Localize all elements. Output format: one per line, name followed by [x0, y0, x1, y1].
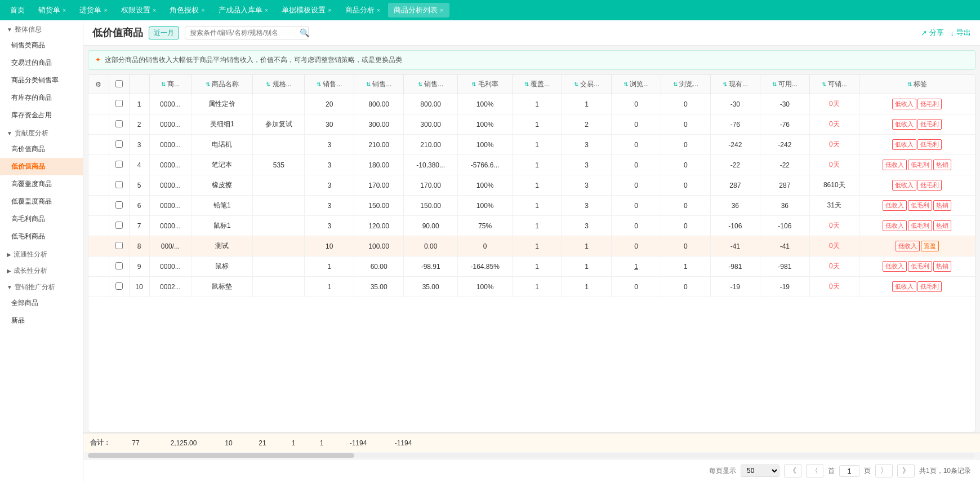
table-header-row: ⚙ ⇅ 商... ⇅ 商品名称 ⇅ 规格... ⇅ 销售... ⇅ 销售... … — [88, 75, 975, 94]
cell-browse1[interactable]: 0 — [612, 175, 661, 196]
cell-checkbox[interactable] — [109, 236, 129, 257]
row-checkbox[interactable] — [115, 181, 123, 188]
nav-close-list[interactable]: × — [440, 7, 443, 14]
row-checkbox[interactable] — [115, 161, 123, 168]
sidebar-item-high-value[interactable]: 高价值商品 — [0, 140, 83, 158]
nav-close-sales[interactable]: × — [63, 7, 66, 14]
cell-checkbox[interactable] — [109, 114, 129, 135]
col-sale3[interactable]: ⇅ 销售... — [404, 75, 458, 94]
nav-role-auth[interactable]: 角色授权 × — [164, 3, 210, 17]
row-checkbox[interactable] — [115, 222, 123, 229]
cell-browse1[interactable]: 0 — [612, 196, 661, 216]
first-page-button[interactable]: 《 — [784, 464, 801, 477]
nav-close-analysis[interactable]: × — [377, 7, 380, 14]
sidebar-group-growth[interactable]: ▶ 成长性分析 — [0, 262, 83, 278]
row-checkbox[interactable] — [115, 201, 123, 209]
col-checkbox[interactable] — [109, 75, 129, 94]
sidebar-item-category-rate[interactable]: 商品分类销售率 — [0, 72, 83, 89]
col-settings[interactable]: ⚙ — [88, 75, 109, 94]
nav-product-analysis[interactable]: 商品分析 × — [340, 3, 386, 17]
prev-page-button[interactable]: 〈 — [806, 464, 823, 477]
nav-close-permission[interactable]: × — [153, 7, 156, 14]
row-checkbox[interactable] — [115, 100, 123, 107]
page-number-input[interactable] — [839, 465, 859, 477]
sidebar-item-low-profit[interactable]: 低毛利商品 — [0, 228, 83, 245]
cell-checkbox[interactable] — [109, 94, 129, 114]
sidebar-item-low-coverage[interactable]: 低覆盖度商品 — [0, 193, 83, 210]
col-available[interactable]: ⇅ 可用... — [760, 75, 809, 94]
nav-permission-settings[interactable]: 权限设置 × — [115, 3, 162, 17]
sidebar-group-contribution[interactable]: ▼ 贡献度分析 — [0, 124, 83, 140]
cell-checkbox[interactable] — [109, 175, 129, 196]
cell-checkbox[interactable] — [109, 155, 129, 175]
cell-trade: 3 — [562, 216, 612, 236]
col-gross[interactable]: ⇅ 毛利率 — [458, 75, 513, 94]
nav-close-stock[interactable]: × — [265, 7, 268, 14]
sidebar-item-inventory-capital[interactable]: 库存资金占用 — [0, 107, 83, 124]
cell-checkbox[interactable] — [109, 277, 129, 297]
cell-browse1[interactable]: 0 — [612, 94, 661, 114]
row-checkbox[interactable] — [115, 242, 123, 249]
sidebar-item-new-products[interactable]: 新品 — [0, 312, 83, 329]
cell-browse1[interactable]: 0 — [612, 216, 661, 236]
col-name[interactable]: ⇅ 商品名称 — [191, 75, 253, 94]
cell-browse1[interactable]: 0 — [612, 155, 661, 175]
sidebar-item-low-value[interactable]: 低价值商品 — [0, 158, 83, 175]
sidebar-group-overview[interactable]: ▼ 整体信息 — [0, 20, 83, 37]
chevron-right-icon: ▶ — [7, 251, 11, 258]
cell-num: 1 — [129, 94, 149, 114]
cell-browse1[interactable]: 0 — [612, 114, 661, 135]
sidebar-item-traded-products[interactable]: 交易过的商品 — [0, 54, 83, 72]
col-saleable[interactable]: ⇅ 可销... — [809, 75, 859, 94]
row-checkbox[interactable] — [115, 282, 123, 290]
per-page-select[interactable]: 50 100 200 — [741, 465, 779, 477]
col-sale1[interactable]: ⇅ 销售... — [305, 75, 354, 94]
search-input[interactable] — [185, 26, 309, 39]
share-button[interactable]: ↗ 分享 — [921, 28, 944, 38]
col-tags[interactable]: ⇅ 标签 — [859, 75, 975, 94]
sidebar-group-liquidity[interactable]: ▶ 流通性分析 — [0, 245, 83, 262]
nav-product-stock[interactable]: 产成品入库单 × — [213, 3, 274, 17]
col-trade[interactable]: ⇅ 交易... — [562, 75, 612, 94]
col-code[interactable]: ⇅ 商... — [149, 75, 191, 94]
nav-close-role[interactable]: × — [201, 7, 204, 14]
cell-checkbox[interactable] — [109, 135, 129, 155]
nav-product-analysis-list[interactable]: 商品分析列表 × — [388, 3, 449, 17]
nav-template-settings[interactable]: 单据模板设置 × — [276, 3, 337, 17]
cell-browse1[interactable]: 0 — [612, 236, 661, 257]
row-checkbox[interactable] — [115, 120, 123, 127]
last-page-button[interactable]: 》 — [897, 464, 915, 477]
browse-link[interactable]: 1 — [634, 263, 638, 271]
nav-home[interactable]: 首页 — [5, 3, 30, 17]
col-cover[interactable]: ⇅ 覆盖... — [513, 75, 562, 94]
col-current[interactable]: ⇅ 现有... — [710, 75, 760, 94]
select-all-checkbox[interactable] — [115, 80, 123, 87]
row-checkbox[interactable] — [115, 262, 123, 269]
col-browse2[interactable]: ⇅ 浏览... — [661, 75, 710, 94]
col-browse1[interactable]: ⇅ 浏览... — [612, 75, 661, 94]
cell-checkbox[interactable] — [109, 257, 129, 277]
sidebar-item-sales-products[interactable]: 销售类商品 — [0, 37, 83, 54]
sidebar-item-all-products[interactable]: 全部商品 — [0, 294, 83, 312]
nav-purchase-order[interactable]: 进货单 × — [74, 3, 113, 17]
search-icon[interactable]: 🔍 — [300, 28, 309, 37]
nav-sales-order[interactable]: 销货单 × — [33, 3, 72, 17]
sidebar-item-high-profit[interactable]: 高毛利商品 — [0, 210, 83, 228]
cell-browse1[interactable]: 1 — [612, 257, 661, 277]
filter-tag-month[interactable]: 近一月 — [149, 26, 179, 39]
next-page-button[interactable]: 〉 — [875, 464, 893, 477]
col-sale2[interactable]: ⇅ 销售... — [354, 75, 404, 94]
cell-checkbox[interactable] — [109, 216, 129, 236]
cell-browse1[interactable]: 0 — [612, 277, 661, 297]
nav-close-template[interactable]: × — [328, 7, 331, 14]
nav-close-purchase[interactable]: × — [104, 7, 107, 14]
sidebar-group-marketing[interactable]: ▼ 营销推广分析 — [0, 278, 83, 294]
sidebar-item-high-coverage[interactable]: 高覆盖度商品 — [0, 175, 83, 193]
data-table-container: ⚙ ⇅ 商... ⇅ 商品名称 ⇅ 规格... ⇅ 销售... ⇅ 销售... … — [88, 74, 975, 432]
sidebar-item-stocked-products[interactable]: 有库存的商品 — [0, 89, 83, 107]
col-spec[interactable]: ⇅ 规格... — [253, 75, 305, 94]
export-button[interactable]: ↓ 导出 — [951, 28, 972, 38]
cell-browse1[interactable]: 0 — [612, 135, 661, 155]
row-checkbox[interactable] — [115, 140, 123, 148]
cell-checkbox[interactable] — [109, 196, 129, 216]
